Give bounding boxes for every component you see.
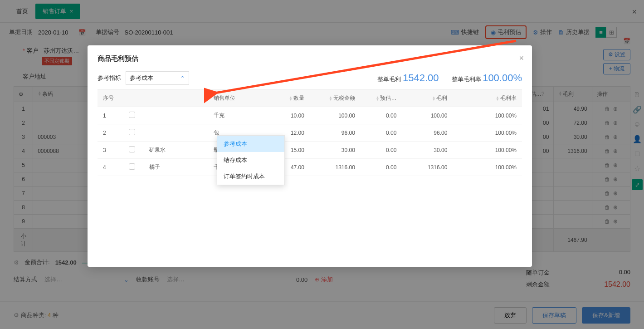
cell-profit: 30.00 (402, 142, 453, 159)
cell-seq: 3 (98, 142, 121, 159)
cell-item: 矿泉水 (144, 142, 208, 159)
total-profit-value: 1542.00 (403, 72, 439, 83)
cell-profit: 1316.00 (402, 159, 453, 176)
cell-rate: 100.00% (453, 107, 522, 124)
table-row[interactable]: 3 矿泉水 瓶 15.00 30.00 0.00 30.00 100.00% (98, 142, 522, 159)
chevron-up-icon: ⌃ (180, 75, 185, 82)
sort-icon: ▲▼ (376, 96, 380, 101)
checkbox[interactable] (129, 163, 135, 170)
modal-title: 商品毛利预估 (98, 54, 522, 63)
total-rate-label: 整单毛利率 (452, 76, 481, 83)
checkbox[interactable] (129, 129, 135, 135)
col-rate[interactable]: ▲▼毛利率 (453, 90, 522, 107)
table-row[interactable]: 4 橘子 千克 47.00 1316.00 0.00 1316.00 100.0… (98, 159, 522, 176)
cell-est: 0.00 (361, 124, 402, 142)
profit-table: 序号 销售单位 ▲▼数量 ▲▼无税金额 ▲▼预估… ▲▼毛利 ▲▼毛利率 1 千… (98, 89, 522, 176)
cell-seq: 4 (98, 159, 121, 176)
ref-dropdown: 参考成本 结存成本 订单签约时成本 (217, 135, 285, 185)
dropdown-option[interactable]: 参考成本 (217, 136, 284, 152)
checkbox[interactable] (129, 112, 135, 118)
cell-est: 0.00 (361, 159, 402, 176)
total-rate-value: 100.00% (483, 72, 522, 83)
ref-select[interactable]: 参考成本 ⌃ (126, 71, 189, 85)
profit-modal: × 商品毛利预估 参考指标 参考成本 ⌃ 整单毛利 1542.00 整单毛利率 … (88, 45, 532, 267)
cell-profit: 96.00 (402, 124, 453, 142)
col-seq: 序号 (98, 90, 121, 107)
dropdown-option[interactable]: 订单签约时成本 (217, 168, 284, 185)
sort-icon: ▲▼ (289, 96, 293, 101)
checkbox[interactable] (129, 146, 135, 152)
total-profit-label: 整单毛利 (377, 76, 401, 83)
sort-icon: ▲▼ (432, 96, 435, 101)
close-icon[interactable]: × (519, 54, 524, 63)
cell-item: 橘子 (144, 159, 208, 176)
cell-notax: 100.00 (310, 107, 361, 124)
cell-rate: 100.00% (453, 124, 522, 142)
cell-notax: 1316.00 (310, 159, 361, 176)
ref-label: 参考指标 (98, 74, 121, 82)
cell-notax: 30.00 (310, 142, 361, 159)
table-row[interactable]: 2 包 12.00 96.00 0.00 96.00 100.00% (98, 124, 522, 142)
table-row[interactable]: 1 千克 10.00 100.00 0.00 100.00 100.00% (98, 107, 522, 124)
cell-est: 0.00 (361, 107, 402, 124)
cell-est: 0.00 (361, 142, 402, 159)
cell-qty: 10.00 (259, 107, 310, 124)
col-est[interactable]: ▲▼预估… (361, 90, 402, 107)
cell-seq: 1 (98, 107, 121, 124)
col-notax[interactable]: ▲▼无税金额 (310, 90, 361, 107)
cell-notax: 96.00 (310, 124, 361, 142)
sort-icon: ▲▼ (329, 96, 332, 101)
sort-icon: ▲▼ (496, 96, 499, 101)
cell-item (144, 124, 208, 142)
col-unit[interactable]: 销售单位 (208, 90, 259, 107)
col-qty[interactable]: ▲▼数量 (259, 90, 310, 107)
col-profit[interactable]: ▲▼毛利 (402, 90, 453, 107)
cell-profit: 100.00 (402, 107, 453, 124)
cell-rate: 100.00% (453, 159, 522, 176)
cell-unit: 千克 (208, 107, 259, 124)
cell-seq: 2 (98, 124, 121, 142)
dropdown-option[interactable]: 结存成本 (217, 152, 284, 168)
cell-rate: 100.00% (453, 142, 522, 159)
cell-item (144, 107, 208, 124)
